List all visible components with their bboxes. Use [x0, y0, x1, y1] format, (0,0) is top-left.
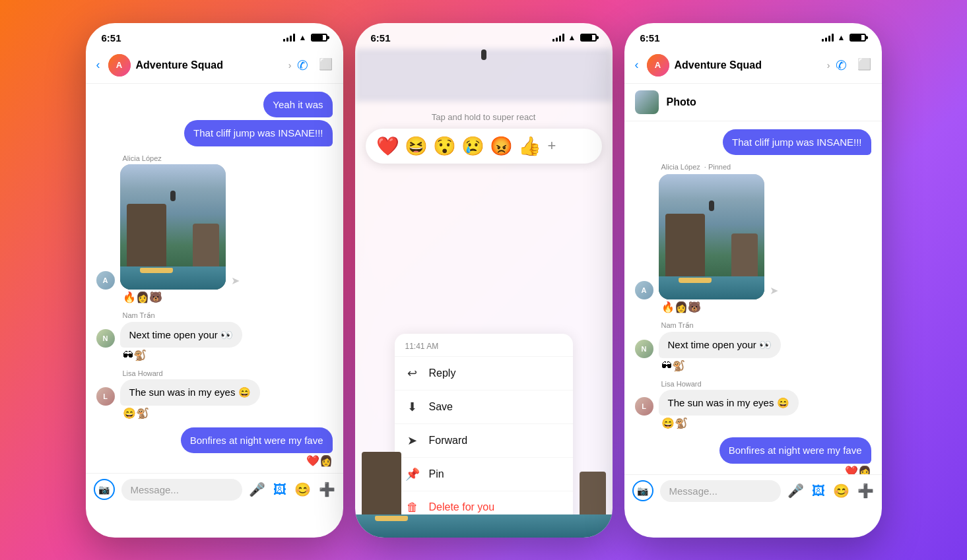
pin-label: Pin	[429, 468, 444, 480]
camera-button-right[interactable]: 📷	[632, 480, 653, 501]
signal-icon	[283, 34, 295, 42]
react-thumbs[interactable]: 👍	[518, 135, 541, 157]
sender-name: Alicia López	[661, 163, 700, 171]
input-icons-right: 🎤 🖼 😊 ➕	[787, 483, 874, 499]
video-button-right[interactable]: ⬜	[857, 57, 871, 73]
more-icon[interactable]: ➕	[319, 482, 335, 497]
chat-header-left: ‹ A Adventure Squad › ✆ ⬜	[86, 49, 343, 84]
photo-context	[395, 174, 613, 326]
sender-name: Lisa Howard	[123, 369, 333, 377]
right-phone: 6:51 ▲ ‹ A Adventure Squad › ✆ ⬜ Photo	[624, 23, 882, 538]
message-group-bonfires: Bonfires at night were my fave ❤️👩	[96, 427, 333, 468]
gallery-icon-right[interactable]: 🖼	[812, 483, 825, 499]
pin-icon: 📌	[405, 467, 420, 482]
reaction-picker: ❤️ 😆 😯 😢 😡 👍 +	[366, 129, 602, 164]
status-bar-right: 6:51 ▲	[624, 23, 882, 49]
sender-avatar: N	[96, 329, 115, 348]
mic-icon-right[interactable]: 🎤	[787, 483, 804, 499]
forward-label: Forward	[429, 435, 468, 447]
battery-icon	[311, 34, 327, 42]
message-row: Bonfires at night were my fave	[635, 437, 871, 464]
sender-avatar: N	[635, 340, 653, 358]
reactions: 😄🐒	[123, 407, 333, 420]
photo-message-right[interactable]	[659, 174, 764, 299]
react-wow[interactable]: 😯	[433, 135, 456, 157]
back-button[interactable]: ‹	[96, 58, 100, 72]
wifi-icon-right: ▲	[838, 33, 846, 42]
wifi-icon-middle: ▲	[568, 33, 576, 42]
react-more[interactable]: +	[548, 137, 556, 154]
signal-icon-middle	[552, 34, 564, 42]
sender-name: Lisa Howard	[661, 380, 871, 388]
message-row: That cliff jump was INSANE!!!	[635, 129, 871, 156]
react-cry[interactable]: 😢	[461, 135, 484, 157]
sender-avatar: L	[96, 387, 115, 406]
context-save[interactable]: ⬇ Save	[395, 390, 573, 423]
react-heart[interactable]: ❤️	[376, 135, 399, 157]
photo-header-item[interactable]: Photo	[624, 84, 882, 121]
message-row: Bonfires at night were my fave	[96, 427, 333, 454]
time-left: 6:51	[102, 32, 121, 44]
mic-icon[interactable]: 🎤	[249, 482, 265, 497]
input-bar-left: 📷 Message... 🎤 🖼 😊 ➕	[86, 473, 343, 506]
sender-avatar-right: A	[635, 281, 653, 299]
reply-icon: ↩	[405, 366, 420, 381]
chevron-icon-left: ›	[288, 60, 292, 71]
status-bar-left: 6:51 ▲	[86, 23, 343, 49]
input-icons: 🎤 🖼 😊 ➕	[249, 482, 335, 497]
photo-message[interactable]	[120, 164, 226, 290]
header-actions-right: ✆ ⬜	[836, 57, 871, 73]
header-actions-left: ✆ ⬜	[297, 57, 333, 73]
message-group-photo: Alicia López A ➤ 🔥👩🐻	[96, 154, 333, 303]
chat-area-right: That cliff jump was INSANE!!! Alicia Lóp…	[624, 121, 882, 474]
bubble-sent: That cliff jump was INSANE!!!	[723, 129, 871, 156]
left-phone: 6:51 ▲ ‹ A Adventure Squad › ✆ ⬜ Yeah it…	[86, 23, 343, 538]
react-laugh[interactable]: 😆	[405, 135, 428, 157]
forward-icon-menu: ➤	[405, 433, 420, 448]
sender-name: Alicia López	[123, 154, 333, 162]
reply-label: Reply	[429, 367, 456, 379]
reactions: 🕶🐒	[123, 349, 333, 361]
message-row: L The sun was in my eyes 😄	[96, 379, 333, 406]
message-group-bonfires-right: Bonfires at night were my fave ❤️👩	[635, 437, 871, 474]
reaction-hint: Tap and hold to super react	[366, 112, 602, 122]
call-button-right[interactable]: ✆	[836, 57, 847, 73]
context-menu: 11:41 AM ↩ Reply ⬇ Save ➤ Forward 📌 Pin …	[395, 334, 573, 524]
message-input-right[interactable]: Message...	[660, 480, 781, 502]
react-angry[interactable]: 😡	[490, 135, 513, 157]
reaction-picker-container: Tap and hold to super react ❤️ 😆 😯 😢 😡 👍…	[355, 102, 613, 174]
reactions: 🕶🐒	[661, 359, 871, 372]
message-row-photo: A ➤	[96, 164, 333, 290]
chat-area-left: Yeah it was That cliff jump was INSANE!!…	[86, 84, 343, 473]
forward-icon: ➤	[231, 274, 240, 287]
group-name-right: Adventure Squad	[675, 59, 820, 71]
back-button-right[interactable]: ‹	[635, 58, 639, 72]
forward-icon-right: ➤	[770, 284, 778, 297]
message-group-photo-right: Alicia López · Pinned A ➤ 🔥👩🐻	[635, 163, 871, 313]
sticker-icon[interactable]: 😊	[294, 482, 311, 497]
save-label: Save	[429, 401, 453, 413]
message-input[interactable]: Message...	[121, 479, 242, 501]
message-group-nam: Nam Trần N Next time open your 👀 🕶🐒	[96, 311, 333, 362]
context-pin[interactable]: 📌 Pin	[395, 457, 573, 491]
sticker-icon-right[interactable]: 😊	[833, 483, 850, 499]
camera-button[interactable]: 📷	[94, 479, 115, 500]
delete-label: Delete for you	[429, 501, 495, 513]
more-icon-right[interactable]: ➕	[857, 483, 874, 499]
gallery-icon[interactable]: 🖼	[273, 482, 286, 497]
group-avatar-left: A	[108, 54, 131, 77]
group-avatar-right: A	[647, 54, 669, 77]
battery-icon-middle	[580, 34, 597, 42]
call-button-left[interactable]: ✆	[297, 57, 308, 73]
reactions: ❤️👩	[96, 454, 333, 467]
bubble-received: Next time open your 👀	[120, 322, 242, 348]
status-bar-middle: 6:51 ▲	[355, 23, 613, 49]
sender-info: Alicia López · Pinned	[661, 163, 871, 173]
group-name-left: Adventure Squad	[136, 59, 282, 71]
bubble-sent: That cliff jump was INSANE!!!	[184, 120, 332, 146]
photo-thumb	[635, 90, 659, 114]
message-group-nam-right: Nam Trần N Next time open your 👀 🕶🐒	[635, 321, 871, 372]
context-reply[interactable]: ↩ Reply	[395, 356, 573, 390]
video-button-left[interactable]: ⬜	[319, 57, 333, 73]
context-forward[interactable]: ➤ Forward	[395, 423, 573, 457]
